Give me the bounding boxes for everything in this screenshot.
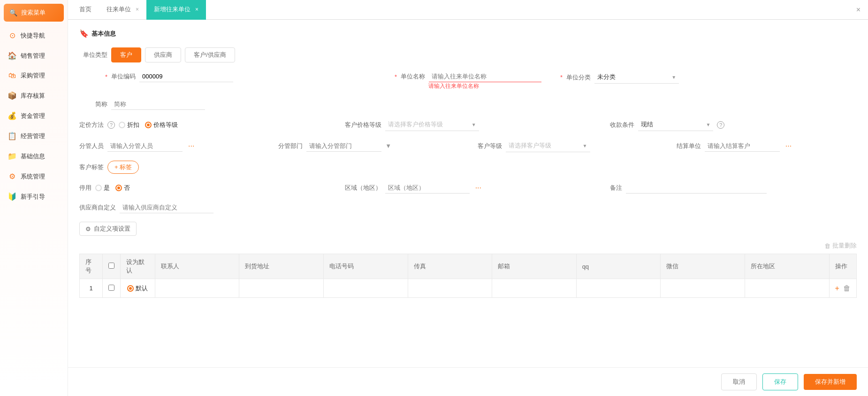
disable-group: 停用 是 否 (79, 184, 326, 192)
chevron-down-icon: ▼ (671, 75, 676, 80)
email-input[interactable] (498, 283, 563, 294)
wechat-input[interactable] (666, 283, 731, 294)
close-contacts-tab[interactable]: × (136, 6, 139, 13)
table-header-row: 序号 设为默认 联系人 到货地址 电话号码 传真 邮箱 qq 微信 所在地区 (80, 254, 857, 279)
chevron-down-icon3: ▼ (706, 122, 710, 127)
save-button[interactable]: 保存 (762, 373, 798, 390)
col-fax: 传真 (408, 254, 492, 279)
region-input[interactable] (385, 182, 470, 194)
qq-input[interactable] (582, 283, 647, 294)
unit-category-select[interactable]: 未分类 ▼ (594, 71, 679, 84)
pricing-help-icon[interactable]: ? (107, 121, 115, 129)
sidebar-item-operations[interactable]: 📋 经营管理 (0, 126, 68, 146)
sidebar-item-label: 销售管理 (21, 52, 45, 60)
cell-address (239, 279, 324, 298)
manager-input[interactable] (107, 140, 183, 152)
supplier-custom-label: 供应商自定义 (79, 203, 116, 212)
phone-input[interactable] (329, 283, 395, 294)
disable-yes-label: 是 (104, 184, 110, 192)
sidebar-item-sales[interactable]: 🏠 销售管理 (0, 46, 68, 66)
disable-no-radio[interactable]: 否 (115, 184, 130, 192)
alias-input[interactable] (111, 99, 205, 110)
department-input[interactable] (306, 140, 381, 152)
add-tag-button[interactable]: + 标签 (107, 161, 139, 174)
region-label: 区域（地区） (345, 184, 381, 192)
default-radio-label: 默认 (136, 284, 148, 293)
sidebar-item-quick-nav[interactable]: ⊙ 快捷导航 (0, 25, 68, 46)
unit-code-input[interactable] (139, 71, 233, 82)
row-checkbox[interactable] (108, 285, 114, 291)
unit-name-required: * (395, 73, 397, 80)
tabs-bar: 首页 往来单位 × 新增往来单位 × × (68, 0, 868, 20)
sidebar-item-finance[interactable]: 💰 资金管理 (0, 106, 68, 126)
unit-btn-customer[interactable]: 客户 (111, 47, 141, 62)
customer-level-placeholder: 请选择客户等级 (509, 141, 581, 150)
col-address: 到货地址 (239, 254, 324, 279)
supplier-custom-input[interactable] (120, 202, 213, 213)
add-row-button[interactable]: + (835, 284, 839, 293)
batch-delete-label: 批量删除 (832, 241, 857, 250)
sidebar-item-inventory[interactable]: 📦 库存核算 (0, 85, 68, 106)
close-all-tabs[interactable]: × (853, 6, 864, 14)
unit-btn-both[interactable]: 客户/供应商 (185, 47, 235, 62)
save-new-button[interactable]: 保存并新增 (804, 374, 857, 390)
default-radio[interactable]: 默认 (126, 284, 149, 293)
purchase-icon: 🛍 (8, 71, 17, 80)
fax-input[interactable] (414, 283, 479, 294)
sidebar-item-label: 基础信息 (21, 152, 45, 161)
pricing-radio-discount[interactable]: 折扣 (119, 121, 139, 129)
address-input[interactable] (245, 283, 310, 294)
guide-icon: 🔰 (8, 192, 17, 201)
disable-radio-group: 是 否 (95, 184, 130, 192)
unit-btn-supplier[interactable]: 供应商 (145, 47, 181, 62)
home-icon: ⊙ (8, 31, 17, 40)
cell-seq: 1 (80, 279, 103, 298)
sidebar-item-label: 系统管理 (21, 172, 45, 181)
sidebar-item-basic-info[interactable]: 📁 基础信息 (0, 146, 68, 166)
tab-home[interactable]: 首页 (72, 0, 99, 20)
payment-help-icon[interactable]: ? (717, 121, 724, 129)
payment-condition-label: 收款条件 (610, 121, 634, 129)
supplier-custom-group: 供应商自定义 (79, 202, 857, 213)
tag-row: 客户标签 + 标签 (79, 161, 857, 174)
sidebar-item-purchase[interactable]: 🛍 采购管理 (0, 66, 68, 85)
region-ellipsis[interactable]: ··· (473, 184, 483, 192)
remark-input[interactable] (626, 182, 767, 194)
settlement-input[interactable] (705, 140, 780, 152)
col-phone: 电话号码 (323, 254, 408, 279)
sidebar-item-search[interactable]: 🔍 搜索菜单 (4, 4, 64, 22)
finance-icon: 💰 (8, 111, 17, 120)
section-header: 🔖 基本信息 (79, 29, 857, 38)
sidebar-item-new-guide[interactable]: 🔰 新手引导 (0, 186, 68, 207)
region-cell-input[interactable] (751, 283, 816, 294)
disable-region-row: 停用 是 否 区域（地区） ··· (79, 182, 857, 194)
pricing-radio-level[interactable]: 价格等级 (145, 121, 178, 129)
payment-condition-select[interactable]: 现结 ▼ (638, 118, 713, 131)
customer-level-select[interactable]: 请选择客户等级 ▼ (506, 140, 590, 152)
settlement-ellipsis[interactable]: ··· (784, 142, 793, 150)
batch-delete-btn[interactable]: 🗑 批量删除 (79, 241, 857, 250)
sales-icon: 🏠 (8, 51, 17, 60)
payment-condition-group: 收款条件 现结 ▼ ? (610, 118, 857, 131)
cancel-button[interactable]: 取消 (721, 373, 757, 390)
select-all-checkbox[interactable] (108, 263, 114, 269)
delete-row-button[interactable]: 🗑 (843, 284, 851, 293)
col-action: 操作 (829, 254, 856, 279)
radio-yes-circle (95, 185, 102, 191)
unit-name-input[interactable] (429, 71, 541, 82)
manager-ellipsis[interactable]: ··· (186, 142, 196, 150)
custom-settings-button[interactable]: ⚙ 自定义项设置 (79, 222, 137, 236)
contact-input[interactable] (161, 283, 226, 294)
tab-new-contact[interactable]: 新增往来单位 × (146, 0, 206, 20)
close-new-contact-tab[interactable]: × (195, 6, 198, 13)
sidebar-item-system[interactable]: ⚙ 系统管理 (0, 166, 68, 186)
manager-row: 分管人员 ··· 分管部门 ▼ 客户等级 请选择客户等级 ▼ (79, 140, 857, 152)
disable-yes-radio[interactable]: 是 (95, 184, 110, 192)
customer-price-select[interactable]: 请选择客户价格等级 ▼ (385, 118, 479, 131)
region-group: 区域（地区） ··· (345, 182, 592, 194)
tag-group: 客户标签 + 标签 (79, 161, 857, 174)
custom-settings-label: 自定义项设置 (94, 225, 130, 233)
cell-phone (323, 279, 408, 298)
tab-contacts[interactable]: 往来单位 × (99, 0, 146, 20)
action-buttons: + 🗑 (835, 284, 851, 293)
